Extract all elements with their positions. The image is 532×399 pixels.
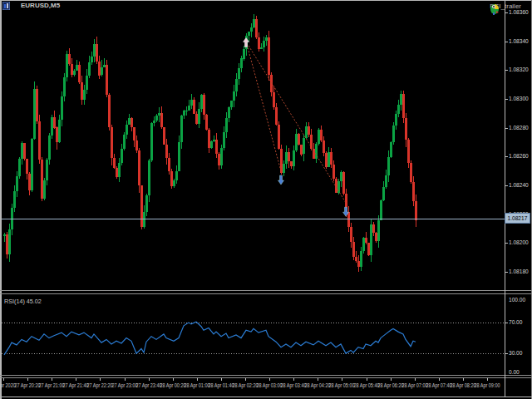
time-axis-label: 28 Apr 06:20 [377, 382, 403, 389]
price-axis-label: 1.08340 [509, 37, 529, 46]
indicator-axis-label: 100.00 [509, 296, 525, 304]
time-axis-label: 27 Apr 21:00 [38, 382, 64, 389]
price-axis-label: 1.08260 [509, 152, 529, 160]
price-axis-label: 1.08180 [509, 268, 529, 276]
indicator-value-label: RSI(14) 45.02 [4, 298, 42, 306]
time-axis-label: 28 Apr 07:40 [426, 382, 451, 389]
indicator-axis-label: 70.00 [509, 318, 522, 327]
time-axis-label: 27 Apr 23:40 [135, 382, 161, 389]
main-chart-pane[interactable] [0, 0, 504, 290]
time-axis-label: 28 Apr 09:00 [474, 382, 500, 389]
time-axis-label: 28 Apr 08:20 [450, 382, 475, 389]
time-axis-label: 27 Apr 20:20 [14, 382, 40, 389]
time-axis-label: 28 Apr 05:40 [353, 382, 379, 389]
price-axis-label: 1.08200 [509, 239, 529, 247]
bid-price-box: 1.08217 [505, 213, 530, 224]
time-axis-label: 28 Apr 02:20 [232, 382, 258, 389]
time-axis-label: 28 Apr 03:40 [280, 382, 306, 389]
indicator-axis-label: 30.00 [509, 349, 522, 357]
chart-window-icon-2 [12, 2, 19, 10]
mt4-chart-window: EURUSD,M5 RSI_trailer RSI(14) 45.02 1.08… [0, 0, 532, 399]
time-axis-label: 28 Apr 03:00 [256, 382, 282, 389]
price-axis-label: 1.08240 [509, 181, 529, 190]
time-axis-label: 28 Apr 01:00 [184, 382, 209, 389]
time-axis-label: 28 Apr 04:20 [304, 382, 330, 389]
time-axis-label: 28 Apr 01:40 [208, 382, 234, 389]
price-axis-label: 1.08320 [509, 66, 529, 74]
price-axis-label: 1.08280 [509, 124, 529, 132]
price-axis-label: 1.08300 [509, 95, 529, 103]
indicator-axis-label: 0.00 [509, 368, 520, 377]
time-axis-label: 27 Apr 21:40 [62, 382, 88, 389]
time-axis-label: 27 Apr 23:00 [111, 382, 137, 389]
symbol-timeframe-label: EURUSD,M5 [21, 2, 60, 10]
price-axis-label: 1.08360 [509, 8, 529, 17]
time-axis-label: 28 Apr 00:20 [160, 382, 185, 389]
time-axis-label: 28 Apr 07:00 [401, 382, 427, 389]
bid-price-value: 1.08217 [508, 214, 528, 223]
time-axis-label: 28 Apr 05:00 [328, 382, 354, 389]
time-axis-label: 27 Apr 22:20 [86, 382, 112, 389]
rsi-indicator-pane[interactable] [0, 295, 504, 374]
chart-title-bar: EURUSD,M5 [2, 2, 60, 10]
